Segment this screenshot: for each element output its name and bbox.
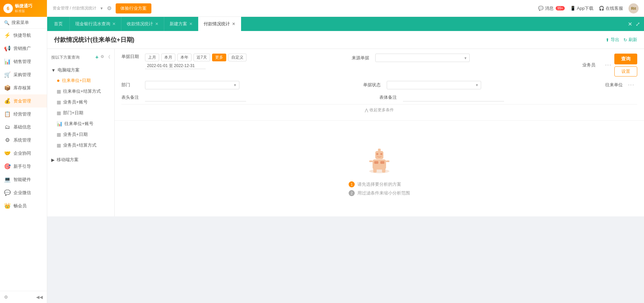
operation-icon: 📋 (4, 111, 11, 117)
query-button[interactable]: 查询 (614, 54, 637, 64)
sidebar-item-vip[interactable]: 👑 畅会员 (0, 199, 47, 212)
breadcrumb-dropdown-icon[interactable]: ▾ (100, 6, 103, 11)
collapse-bar: ⋀ 收起更多条件 (121, 104, 637, 116)
desktop-scheme-section: ▼ 电脑端方案 ● 往来单位+日期 ▦ 往来单位+结算方式 ▦ 业务员+账号 (47, 64, 114, 152)
sidebar-item-shortcut[interactable]: ⚡ 快捷导航 (0, 29, 47, 42)
app-download-btn[interactable]: 📱 App下载 (570, 5, 593, 11)
scheme-staff-settle[interactable]: ▦ 业务员+结算方式 (47, 140, 114, 151)
refresh-icon: ↻ (623, 37, 627, 42)
scheme-partner-settle[interactable]: ▦ 往来单位+结算方式 (47, 86, 114, 97)
trial-button[interactable]: 体验行业方案 (116, 3, 151, 13)
hint-num-1: 1 (349, 181, 355, 187)
tab-home[interactable]: 首页 (47, 17, 70, 31)
sidebar-item-marketing[interactable]: 📢 营销推广 (0, 42, 47, 55)
hint-num-2: 2 (349, 190, 355, 196)
date-btn-more[interactable]: 更多 (212, 54, 226, 61)
collapse-more-btn[interactable]: ⋀ 收起更多条件 (365, 107, 394, 113)
tab-bank-close[interactable]: ✕ (112, 22, 116, 26)
app-logo-text: 畅捷通巧 标准版 (15, 3, 32, 13)
scheme-partner-date[interactable]: ● 往来单位+日期 (47, 75, 114, 86)
download-icon: 📱 (570, 6, 576, 11)
settings-button[interactable]: 设置 (614, 66, 637, 77)
tab-new-scheme-close[interactable]: ✕ (189, 22, 193, 26)
purchase-icon: 🛒 (4, 71, 11, 78)
search-menu[interactable]: 🔍 搜索菜单 (0, 17, 47, 29)
mobile-section-title[interactable]: ▶ 移动端方案 (47, 155, 114, 165)
date-filter-label: 单据日期 (121, 54, 145, 60)
date-btn-7days[interactable]: 近7天 (194, 54, 210, 61)
scheme-staff-account[interactable]: ▦ 业务员+账号 (47, 97, 114, 108)
sales-icon: 📊 (4, 58, 11, 65)
topbar-settings-icon[interactable]: ⚙ (107, 5, 112, 11)
sidebar-item-operation[interactable]: 📋 经营管理 (0, 108, 47, 121)
vip-icon: 👑 (4, 203, 11, 209)
voucher-status-select-wrapper (387, 81, 481, 89)
sidebar-item-purchase[interactable]: 🛒 采购管理 (0, 68, 47, 81)
sidebar-logo: 6 畅捷通巧 标准版 (0, 0, 47, 17)
scheme-partner-account[interactable]: 📊 往来单位+账号 (47, 118, 114, 129)
svg-rect-9 (378, 149, 381, 151)
header-note-input[interactable] (145, 93, 246, 101)
search-icon: 🔍 (4, 20, 9, 25)
main-content: 资金管理 / 付款情况统计 ▾ ⚙ 体验行业方案 💬 消息 99+ 📱 App下… (47, 0, 644, 303)
filter-voucher-status-group: 单据状态 (363, 81, 605, 89)
customer-service-btn[interactable]: 🎧 在线客服 (599, 5, 623, 11)
body-note-input[interactable] (403, 93, 504, 101)
svg-rect-6 (375, 151, 383, 159)
sidebar-item-wechat[interactable]: 💬 企业微信 (0, 186, 47, 199)
date-btn-this-month[interactable]: 本月 (161, 54, 175, 61)
salesperson-input-dots[interactable]: ··· (603, 61, 614, 69)
tab-bank[interactable]: 现金银行流水查询 ✕ (70, 17, 121, 31)
tab-payments-close[interactable]: ✕ (232, 22, 235, 26)
voucher-status-select[interactable] (387, 81, 481, 89)
svg-point-8 (380, 153, 382, 155)
dept-select-wrapper (145, 81, 239, 89)
sidebar-item-system[interactable]: ⚙ 系统管理 (0, 133, 47, 147)
empty-hints: 1 请先选择要分析的方案 2 用过滤条件来缩小分析范围 (349, 181, 410, 196)
scheme-collapse-icon[interactable]: 《 (106, 54, 110, 60)
add-scheme-icon[interactable]: + (95, 54, 98, 60)
date-btn-custom[interactable]: 自定义 (228, 54, 246, 61)
system-icon: ⚙ (4, 137, 11, 143)
sidebar-item-hardware[interactable]: 💻 智能硬件 (0, 173, 47, 186)
guide-icon: 🎯 (4, 163, 11, 170)
topbar: 资金管理 / 付款情况统计 ▾ ⚙ 体验行业方案 💬 消息 99+ 📱 App下… (47, 0, 644, 17)
date-range-input[interactable] (145, 63, 206, 69)
tab-receipts-close[interactable]: ✕ (155, 22, 158, 26)
sidebar-item-sales[interactable]: 📊 销售管理 (0, 55, 47, 68)
tab-close-all-icon[interactable]: ✕ (628, 21, 632, 27)
scheme-staff-date[interactable]: ▦ 业务员+日期 (47, 129, 114, 140)
tab-receipts[interactable]: 收款情况统计 ✕ (121, 17, 164, 31)
sidebar-collapse-icon[interactable]: ◀◀ (36, 295, 43, 300)
scheme-settings-icon[interactable]: ⚙ (100, 54, 104, 60)
empty-hint-2: 2 用过滤条件来缩小分析范围 (349, 190, 410, 196)
tab-payments[interactable]: 付款情况统计 ✕ (198, 17, 241, 31)
svg-rect-11 (382, 169, 385, 173)
user-avatar[interactable]: Rit (628, 3, 639, 13)
desktop-section-title[interactable]: ▼ 电脑端方案 (47, 65, 114, 75)
sidebar-item-enterprise[interactable]: 🤝 企业协同 (0, 147, 47, 160)
refresh-button[interactable]: ↻ 刷新 (623, 37, 637, 43)
breadcrumb: 资金管理 / 付款情况统计 (53, 5, 96, 11)
sidebar-item-inventory[interactable]: 📦 库存核算 (0, 81, 47, 94)
sidebar-item-guide[interactable]: 🎯 新手引导 (0, 160, 47, 173)
tab-expand-icon[interactable]: ⤢ (636, 21, 640, 27)
partner-input-dots[interactable]: ··· (625, 81, 637, 89)
dept-select[interactable] (145, 81, 239, 89)
settings-bottom-icon[interactable]: ⚙ (4, 295, 8, 300)
source-filter-label: 来源单据 (352, 55, 375, 61)
date-btn-this-year[interactable]: 本年 (177, 54, 192, 61)
sidebar-item-finance[interactable]: 💰 资金管理 (0, 94, 47, 108)
tab-new-scheme[interactable]: 新建方案 ✕ (164, 17, 198, 31)
svg-point-7 (376, 153, 378, 155)
svg-rect-2 (374, 161, 378, 164)
date-btn-last-month[interactable]: 上月 (145, 54, 159, 61)
sidebar-item-basic[interactable]: 🗂 基础信息 (0, 121, 47, 133)
grid-icon-1: ▦ (57, 89, 61, 94)
source-select[interactable] (375, 54, 470, 62)
export-button[interactable]: ⬆ 导出 (606, 37, 619, 43)
inventory-icon: 📦 (4, 85, 11, 91)
notifications-btn[interactable]: 💬 消息 99+ (538, 5, 565, 11)
body-note-label: 表体备注 (379, 94, 403, 100)
scheme-dept-date[interactable]: ▦ 部门+日期 (47, 108, 114, 118)
